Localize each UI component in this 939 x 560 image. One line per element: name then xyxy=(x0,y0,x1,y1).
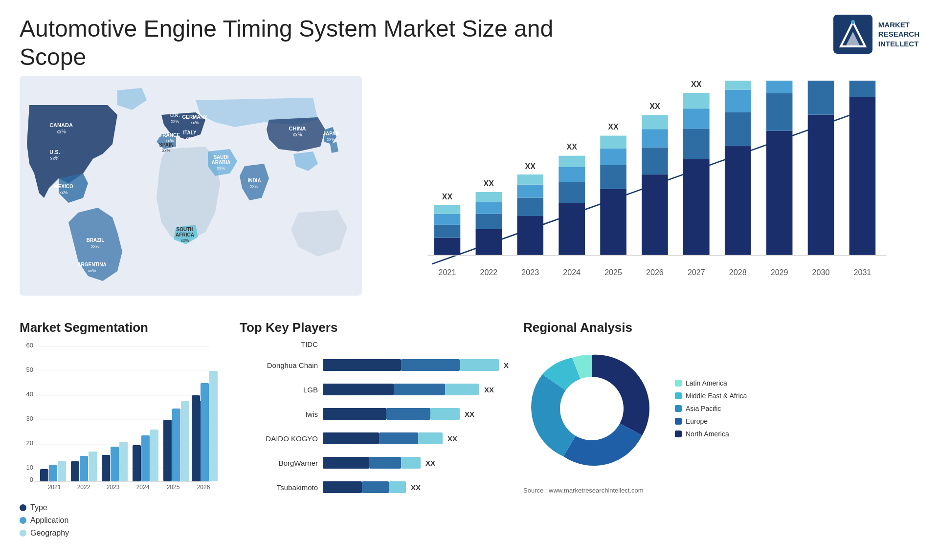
legend-north-america: North America xyxy=(675,430,747,438)
label-middle-east: Middle East & Africa xyxy=(686,392,747,400)
svg-text:xx%: xx% xyxy=(217,166,225,171)
legend-label-application: Application xyxy=(30,516,68,525)
bottom-row: Market Segmentation 60 50 40 30 20 10 0 xyxy=(20,320,919,530)
player-tsubakimoto: Tsubakimoto XX xyxy=(240,479,514,495)
svg-text:ITALY: ITALY xyxy=(183,130,197,135)
svg-text:xx%: xx% xyxy=(190,120,199,125)
donut-container: Latin America Middle East & Africa Asia … xyxy=(523,340,919,477)
player-tidc: TIDC xyxy=(240,340,514,348)
svg-text:INDIA: INDIA xyxy=(247,178,261,183)
svg-text:SPAIN: SPAIN xyxy=(159,142,174,148)
svg-text:JAPAN: JAPAN xyxy=(323,131,339,136)
segmentation-legend: Type Application Geography xyxy=(20,503,230,538)
svg-rect-81 xyxy=(725,146,751,255)
svg-rect-147 xyxy=(323,359,401,371)
svg-text:BRAZIL: BRAZIL xyxy=(87,237,105,243)
svg-rect-58 xyxy=(559,182,585,203)
svg-rect-137 xyxy=(172,409,180,481)
svg-rect-138 xyxy=(181,401,189,481)
svg-rect-65 xyxy=(600,149,626,165)
color-latin-america xyxy=(675,380,682,387)
svg-rect-161 xyxy=(418,432,443,444)
player-bar-tsubakimoto: XX xyxy=(323,479,509,495)
svg-text:xx%: xx% xyxy=(180,238,189,243)
svg-rect-126 xyxy=(89,452,97,481)
svg-rect-130 xyxy=(119,442,128,481)
svg-rect-153 xyxy=(445,384,479,395)
svg-text:U.S.: U.S. xyxy=(49,149,60,155)
segmentation-chart: 60 50 40 30 20 10 0 xyxy=(20,340,225,496)
main-content: CANADA xx% U.S. xx% MEXICO xx% BRAZIL xx… xyxy=(0,76,939,530)
svg-rect-70 xyxy=(642,148,668,174)
svg-text:AFRICA: AFRICA xyxy=(176,232,194,237)
player-bar-borgwarner: XX xyxy=(323,455,509,471)
svg-rect-64 xyxy=(600,165,626,189)
svg-rect-77 xyxy=(683,108,710,129)
svg-text:2022: 2022 xyxy=(77,484,90,491)
svg-rect-155 xyxy=(323,408,386,420)
player-name-borgwarner: BorgWarner xyxy=(240,459,318,467)
svg-rect-41 xyxy=(434,214,461,225)
svg-rect-52 xyxy=(517,198,543,216)
player-name-lgb: LGB xyxy=(240,386,318,394)
svg-rect-169 xyxy=(389,481,406,493)
top-row: CANADA xx% U.S. xx% MEXICO xx% BRAZIL xx… xyxy=(20,76,919,310)
svg-rect-144 xyxy=(201,383,209,481)
svg-text:SAUDI: SAUDI xyxy=(213,154,228,160)
player-bar-donghua: XX xyxy=(323,357,509,373)
svg-rect-94 xyxy=(808,81,834,115)
svg-text:xx%: xx% xyxy=(293,132,302,137)
bar-svg-daido: XX xyxy=(323,431,509,446)
key-players-section: Top Key Players TIDC Donghua Chain xyxy=(240,320,514,530)
player-lgb: LGB XX xyxy=(240,382,514,397)
player-name-iwis: Iwis xyxy=(240,410,318,418)
bar-svg-iwis: XX xyxy=(323,406,509,422)
svg-rect-99 xyxy=(850,97,876,255)
svg-text:XX: XX xyxy=(425,459,435,467)
svg-rect-76 xyxy=(683,129,710,159)
svg-text:60: 60 xyxy=(26,342,33,349)
legend-middle-east: Middle East & Africa xyxy=(675,392,747,400)
svg-rect-124 xyxy=(71,461,79,481)
legend-label-type: Type xyxy=(30,503,47,512)
svg-text:XX: XX xyxy=(447,434,457,443)
svg-rect-51 xyxy=(517,216,543,255)
key-players-title: Top Key Players xyxy=(240,320,514,335)
svg-text:2028: 2028 xyxy=(729,268,747,277)
regional-title: Regional Analysis xyxy=(523,320,919,335)
svg-rect-136 xyxy=(163,420,172,481)
svg-rect-83 xyxy=(725,90,751,112)
color-middle-east xyxy=(675,392,682,399)
svg-text:50: 50 xyxy=(26,366,33,373)
player-bar-iwis: XX xyxy=(323,406,509,422)
svg-rect-152 xyxy=(394,384,445,395)
logo-icon xyxy=(833,15,872,54)
svg-text:2026: 2026 xyxy=(646,268,664,277)
legend-label-geography: Geography xyxy=(30,529,69,538)
legend-geography: Geography xyxy=(20,529,230,538)
svg-text:xx%: xx% xyxy=(88,268,96,273)
svg-rect-40 xyxy=(434,225,461,238)
legend-dot-type xyxy=(20,504,26,511)
label-north-america: North America xyxy=(686,430,729,438)
svg-rect-163 xyxy=(323,457,369,469)
svg-text:CHINA: CHINA xyxy=(289,126,306,131)
svg-rect-75 xyxy=(683,159,710,256)
player-bar-lgb: XX xyxy=(323,382,509,397)
svg-rect-145 xyxy=(209,371,218,481)
svg-rect-48 xyxy=(476,192,502,202)
header: Automotive Engine Timing System Market S… xyxy=(0,0,939,76)
svg-text:2023: 2023 xyxy=(107,484,120,491)
svg-text:2027: 2027 xyxy=(688,268,705,277)
source-text: Source : www.marketresearchintellect.com xyxy=(523,487,919,494)
color-north-america xyxy=(675,431,682,437)
svg-rect-159 xyxy=(323,432,379,444)
svg-rect-53 xyxy=(517,185,543,198)
svg-text:XX: XX xyxy=(691,81,702,88)
svg-text:XX: XX xyxy=(504,361,509,369)
svg-text:xx%: xx% xyxy=(250,184,258,189)
svg-rect-93 xyxy=(808,115,834,256)
svg-text:xx%: xx% xyxy=(171,119,179,124)
map-svg: CANADA xx% U.S. xx% MEXICO xx% BRAZIL xx… xyxy=(20,76,362,296)
svg-text:10: 10 xyxy=(26,464,33,471)
